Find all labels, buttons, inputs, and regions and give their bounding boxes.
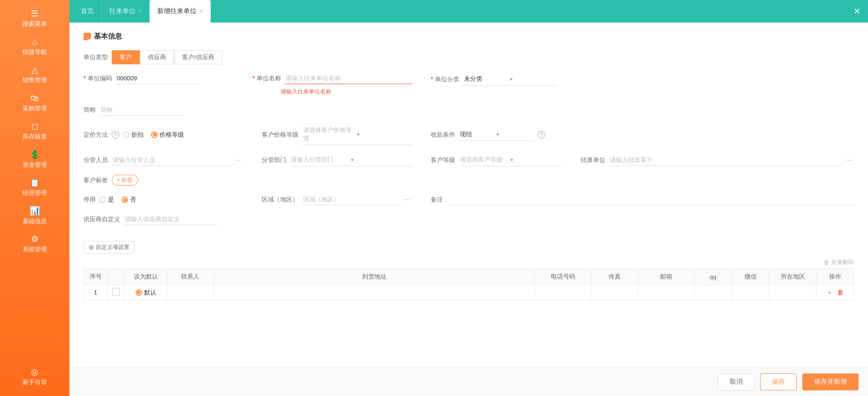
gear-icon: ⚙ bbox=[89, 244, 94, 251]
manager-input[interactable] bbox=[112, 155, 229, 166]
row-wechat-cell[interactable] bbox=[732, 285, 769, 300]
contact-table: 序号 设为默认 联系人 到货地址 电话号码 传真 邮箱 qq 微信 所在地区 操… bbox=[84, 268, 854, 300]
sidebar: ☰ 搜索菜单 ⌂ 快捷导航 △ 销售管理 🛍 采购管理 ◻ 库存核算 💲 资金管… bbox=[0, 0, 69, 396]
unit-type-both[interactable]: 客户/供应商 bbox=[174, 50, 222, 64]
row-checkbox-cell[interactable] bbox=[107, 285, 125, 300]
sidebar-item-new-guide[interactable]: ◎ 新手引导 bbox=[0, 363, 69, 391]
system-icon: ⚙ bbox=[31, 235, 38, 243]
pricing-row: 定价方法 ? 折扣 价格等级 客户价格等级 请选择客户价格等级 bbox=[84, 124, 854, 145]
col-address: 到货地址 bbox=[214, 269, 535, 285]
delete-row-btn[interactable]: 🗑 bbox=[836, 288, 845, 296]
sidebar-item-base-info[interactable]: 📊 基础信息 bbox=[0, 202, 69, 230]
add-tag-button[interactable]: + 标签 bbox=[112, 175, 138, 186]
save-button[interactable]: 保存 bbox=[760, 373, 797, 390]
customer-level-placeholder: 请选择客户等级 bbox=[460, 155, 510, 164]
sidebar-item-system[interactable]: ⚙ 系统管理 bbox=[0, 230, 69, 258]
abbreviation-input[interactable] bbox=[99, 104, 184, 116]
row-email-cell[interactable] bbox=[638, 285, 694, 300]
supplier-custom-group: 供应商自定义 bbox=[84, 214, 243, 225]
tab-new-partner-label: 新增往来单位 bbox=[157, 7, 197, 16]
tab-new-partner[interactable]: 新增往来单位 × bbox=[150, 0, 211, 23]
email-input[interactable] bbox=[643, 289, 689, 296]
settlement-input[interactable] bbox=[609, 155, 840, 166]
unit-name-input[interactable] bbox=[285, 73, 412, 84]
base-info-icon: 📊 bbox=[30, 207, 40, 215]
sidebar-item-quick-nav[interactable]: ⌂ 快捷导航 bbox=[0, 33, 69, 61]
row-region-cell[interactable] bbox=[769, 285, 816, 300]
payment-terms-select[interactable]: 现结 ▾ bbox=[459, 128, 534, 141]
unit-code-input[interactable] bbox=[116, 73, 200, 84]
tab-partners[interactable]: 往来单位 × bbox=[102, 0, 150, 23]
radio-discount[interactable]: 折扣 bbox=[123, 131, 144, 139]
pricing-radio-group: 折扣 价格等级 bbox=[123, 131, 184, 139]
unit-name-group: 单位名称 请输入往来单位名称 bbox=[252, 73, 412, 96]
add-row-btn[interactable]: ＋ bbox=[825, 288, 834, 296]
row-default-cell: 默认 bbox=[125, 285, 167, 300]
sidebar-item-sales[interactable]: △ 销售管理 bbox=[0, 61, 69, 89]
tab-new-partner-close[interactable]: × bbox=[199, 8, 203, 15]
row-contact-cell[interactable] bbox=[167, 285, 214, 300]
unit-type-supplier[interactable]: 供应商 bbox=[140, 50, 174, 64]
settlement-dots-btn[interactable]: ··· bbox=[844, 156, 854, 164]
tab-bar-close-btn[interactable]: ✕ bbox=[850, 6, 864, 16]
unit-name-label: 单位名称 bbox=[252, 74, 281, 83]
supplier-custom-input[interactable] bbox=[124, 214, 218, 225]
unit-name-error: 请输入往来单位名称 bbox=[281, 88, 331, 95]
qq-input[interactable] bbox=[699, 289, 727, 296]
cancel-button[interactable]: 取消 bbox=[718, 373, 754, 390]
customer-price-level-select[interactable]: 请选择客户价格等级 ▾ bbox=[302, 124, 412, 145]
region-input[interactable] bbox=[302, 194, 398, 205]
level-chevron-icon: ▾ bbox=[510, 157, 561, 163]
radio-price-level-circle bbox=[151, 132, 158, 138]
remarks-input[interactable] bbox=[447, 194, 854, 205]
radio-yes[interactable]: 是 bbox=[99, 195, 114, 204]
row-fax-cell[interactable] bbox=[591, 285, 638, 300]
section-basic-info: 基本信息 bbox=[84, 32, 854, 41]
tab-home[interactable]: 首页 bbox=[73, 0, 102, 23]
row-phone-cell[interactable] bbox=[535, 285, 591, 300]
tags-group: 客户标签 + 标签 bbox=[84, 175, 854, 186]
sidebar-item-purchase[interactable]: 🛍 采购管理 bbox=[0, 89, 69, 117]
unit-category-select[interactable]: 未分类 ▾ bbox=[463, 73, 557, 85]
unit-category-group: 单位分类 未分类 ▾ bbox=[431, 73, 854, 85]
radio-price-level-label: 价格等级 bbox=[160, 131, 184, 139]
radio-price-level[interactable]: 价格等级 bbox=[151, 131, 184, 139]
customer-level-select[interactable]: 请选择客户等级 ▾ bbox=[459, 154, 562, 166]
row-default-radio[interactable]: 默认 bbox=[129, 288, 162, 297]
custom-settings-button[interactable]: ⚙ 自定义项设置 bbox=[84, 241, 135, 254]
sidebar-item-operations[interactable]: 📋 经营管理 bbox=[0, 174, 69, 202]
tab-bar: 首页 往来单位 × 新增往来单位 × ✕ bbox=[69, 0, 868, 23]
phone-input[interactable] bbox=[540, 289, 586, 296]
spacer bbox=[84, 233, 854, 241]
sidebar-item-finance[interactable]: 💲 资金管理 bbox=[0, 146, 69, 174]
sidebar-item-label: 新手引导 bbox=[23, 378, 47, 387]
tab-partners-label: 往来单位 bbox=[109, 7, 136, 16]
search-icon: ☰ bbox=[31, 9, 38, 18]
region-input-cell[interactable] bbox=[774, 289, 811, 296]
row-qq-cell[interactable] bbox=[694, 285, 732, 300]
contact-input[interactable] bbox=[172, 289, 209, 296]
row-address-cell[interactable] bbox=[214, 285, 535, 300]
radio-yes-label: 是 bbox=[108, 195, 114, 204]
wechat-input[interactable] bbox=[737, 289, 764, 296]
fax-input[interactable] bbox=[596, 289, 633, 296]
col-region: 所在地区 bbox=[769, 269, 816, 285]
batch-delete-area[interactable]: 🗑 批量删除 bbox=[84, 258, 854, 266]
manager-dots-btn[interactable]: ··· bbox=[233, 156, 243, 164]
department-select[interactable]: 请输入分管部门 ▾ bbox=[290, 154, 412, 166]
unit-type-row: 单位类型 客户 供应商 客户/供应商 bbox=[84, 50, 854, 64]
payment-chevron-icon: ▾ bbox=[496, 132, 533, 138]
row-checkbox[interactable] bbox=[112, 288, 120, 295]
region-dots-btn[interactable]: ··· bbox=[402, 195, 412, 204]
sidebar-search[interactable]: ☰ 搜索菜单 bbox=[0, 5, 69, 33]
settlement-label: 结算单位 bbox=[581, 156, 605, 164]
payment-help-icon[interactable]: ? bbox=[538, 131, 545, 139]
unit-type-customer[interactable]: 客户 bbox=[112, 50, 140, 64]
radio-no[interactable]: 否 bbox=[122, 195, 136, 204]
address-input[interactable] bbox=[219, 289, 530, 296]
sidebar-item-inventory[interactable]: ◻ 库存核算 bbox=[0, 117, 69, 146]
payment-terms-label: 收款条件 bbox=[431, 131, 455, 139]
save-new-button[interactable]: 保存并新增 bbox=[802, 373, 859, 390]
pricing-help-icon[interactable]: ? bbox=[112, 131, 119, 139]
tab-partners-close[interactable]: × bbox=[138, 8, 142, 15]
